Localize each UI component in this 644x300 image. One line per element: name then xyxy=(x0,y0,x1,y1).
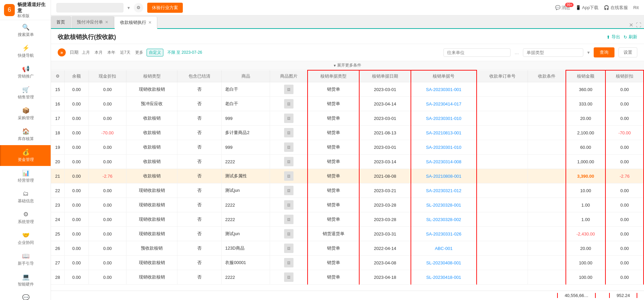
cell-cancel-no[interactable]: SL-20230418-001 xyxy=(411,270,477,285)
cell-cancel-discount: 0.00 xyxy=(605,111,644,126)
expand-more-bar[interactable]: ▾ 展开更多条件 xyxy=(51,61,644,70)
refresh-btn[interactable]: ↻ 刷新 xyxy=(624,34,637,40)
sidebar-item-purchase[interactable]: 📦采购管理 xyxy=(0,103,51,124)
cell-cash-discount: 0.00 xyxy=(89,111,126,126)
sidebar-label-marketing: 营销推广 xyxy=(18,74,34,79)
cell-goods-image: 🖼 xyxy=(270,270,308,285)
cell-cancel-no[interactable]: SA-20210813-001 xyxy=(411,126,477,140)
sidebar-item-quick[interactable]: ⚡快捷导航 xyxy=(0,41,51,62)
cell-cancel-discount: 0.00 xyxy=(605,97,644,111)
export-btn[interactable]: ⬆ 导出 xyxy=(606,34,620,40)
sidebar-item-search[interactable]: 🔍搜索菜单 xyxy=(0,20,51,41)
sidebar-item-inventory[interactable]: 🏠库存核算 xyxy=(0,124,51,145)
sidebar-item-hardware[interactable]: 💻智能硬件 xyxy=(0,270,51,291)
cell-cancel-no[interactable]: SL-20230408-001 xyxy=(411,256,477,270)
sidebar-item-finance[interactable]: 💰资金管理 xyxy=(0,145,51,166)
cell-num: 24 xyxy=(51,212,64,227)
voucher-type-dropdown-icon[interactable]: ▾ xyxy=(587,50,590,55)
cell-cancel-no[interactable]: SA-20230314-008 xyxy=(411,155,477,169)
sidebar-item-system[interactable]: ⚙系统管理 xyxy=(0,207,51,228)
cell-cancel-date: 2023-03-28 xyxy=(359,198,411,212)
cell-cancel-no[interactable]: SL-20230328-002 xyxy=(411,212,477,227)
date-btn-this-month[interactable]: 本月 xyxy=(93,49,104,56)
cell-cash-discount: 0.00 xyxy=(89,183,126,198)
header-row: ⚙ 余额 现金折扣 核销类型 包含已结清 商品 商品图片 核销单据类型 核销单据… xyxy=(51,70,644,82)
sidebar-item-collab[interactable]: 🤝企业协同 xyxy=(0,228,51,249)
app-download[interactable]: 📱 App下载 xyxy=(576,5,598,11)
cell-cancel-no[interactable]: ABC-001 xyxy=(411,241,477,256)
tab-home[interactable]: 首页 xyxy=(51,16,71,28)
inventory-icon: 🏠 xyxy=(22,128,30,135)
cell-goods-image: 🖼 xyxy=(270,140,308,155)
window-expand-btn[interactable]: ⛶ xyxy=(636,22,641,28)
cell-cancel-discount: 0.00 xyxy=(605,227,644,241)
cell-cancel-no[interactable]: SA-20210808-001 xyxy=(411,169,477,183)
cell-cancel-type: 现销收款核销 xyxy=(126,227,177,241)
service-icon: 🎧 xyxy=(604,5,609,10)
cell-goods-image: 🖼 xyxy=(270,97,308,111)
tab-prepay[interactable]: 预付冲应付单 ✕ xyxy=(71,16,114,28)
date-btn-7days[interactable]: 近7天 xyxy=(119,49,132,56)
cell-include-settled: 否 xyxy=(177,256,222,270)
sidebar-label-quick: 快捷导航 xyxy=(18,53,34,58)
tab-prepay-close[interactable]: ✕ xyxy=(105,20,108,25)
query-btn[interactable]: 查询 xyxy=(594,47,614,57)
cell-cancel-no[interactable]: SA-20230301-001 xyxy=(411,82,477,97)
cell-cancel-no[interactable]: SA-20230301-010 xyxy=(411,140,477,155)
cell-cash-discount: 0.00 xyxy=(89,212,126,227)
message-area[interactable]: 💬 消息 99+ xyxy=(555,5,571,11)
sidebar-item-marketing[interactable]: 📢营销推广 xyxy=(0,62,51,83)
industry-btn[interactable]: 休验行业方案 xyxy=(147,3,183,13)
cell-receipt-condition xyxy=(528,227,566,241)
logo-icon: 6 xyxy=(4,4,15,16)
sidebar-item-basic[interactable]: 🗂基础信息 xyxy=(0,187,51,207)
cell-balance: 0.00 xyxy=(64,270,89,285)
sidebar-label-system: 系统管理 xyxy=(18,219,34,225)
cell-goods: 2222 xyxy=(222,155,270,169)
cell-cancel-voucher-type: 销货单 xyxy=(308,241,359,256)
settings-icon[interactable]: ⚙ xyxy=(134,3,143,12)
date-btn-this-year[interactable]: 本年 xyxy=(106,49,117,56)
date-btn-last-month[interactable]: 上月 xyxy=(80,49,91,56)
cell-cancel-date: 2023-03-21 xyxy=(359,183,411,198)
window-close-btn[interactable]: ✕ xyxy=(629,22,633,28)
cell-cancel-no[interactable]: SA-20230331-026 xyxy=(411,227,477,241)
cell-cancel-type: 现销收款核销 xyxy=(126,198,177,212)
sidebar-item-wechat[interactable]: 💬企业微信 xyxy=(0,291,51,300)
main-table: ⚙ 余额 现金折扣 核销类型 包含已结清 商品 商品图片 核销单据类型 核销单据… xyxy=(51,70,644,285)
cell-cancel-no[interactable]: SA-20230301-010 xyxy=(411,111,477,126)
cell-include-settled: 否 xyxy=(177,82,222,97)
date-btn-custom[interactable]: 自定义 xyxy=(147,49,163,56)
tab-window-actions: ✕ ⛶ xyxy=(629,22,644,28)
cell-goods-image: 🖼 xyxy=(270,155,308,169)
partner-input[interactable] xyxy=(443,48,511,57)
dropdown-icon[interactable]: ▾ xyxy=(127,5,130,10)
voucher-type-input[interactable] xyxy=(523,48,583,57)
system-icon: ⚙ xyxy=(23,211,29,218)
tab-receipt[interactable]: 收款核销执行 ✕ xyxy=(115,17,157,29)
filter-expand-btn[interactable]: » xyxy=(58,48,66,56)
sidebar-item-operation[interactable]: 📊经营管理 xyxy=(0,166,51,187)
date-btn-more[interactable]: 更多 xyxy=(134,49,145,56)
cell-balance: 0.00 xyxy=(64,140,89,155)
cell-cancel-date: 2023-03-14 xyxy=(359,155,411,169)
cell-cancel-type: 收款核销 xyxy=(126,140,177,155)
tabbar: 首页 预付冲应付单 ✕ 收款核销执行 ✕ ✕ ⛶ xyxy=(51,15,644,29)
cell-receipt-condition xyxy=(528,256,566,270)
settings-btn[interactable]: 设置 xyxy=(619,47,637,57)
table-row: 25 0.00 0.00 现销收款核销 否 测试jun 🖼 销货退货单 2023… xyxy=(51,227,644,241)
cell-cancel-no[interactable]: SL-20230328-001 xyxy=(411,198,477,212)
col-settings[interactable]: ⚙ xyxy=(51,70,64,82)
cell-cancel-no[interactable]: SA-20230414-017 xyxy=(411,97,477,111)
cell-cancel-amount: 20.00 xyxy=(566,241,605,256)
tab-receipt-close[interactable]: ✕ xyxy=(148,20,152,25)
cell-cancel-no[interactable]: SA-20230321-012 xyxy=(411,183,477,198)
cell-cancel-date: 2023-04-08 xyxy=(359,256,411,270)
online-service[interactable]: 🎧 在线客服 xyxy=(604,5,628,11)
cell-cancel-type: 预冲应应收 xyxy=(126,97,177,111)
sidebar-item-guide[interactable]: 📖新手引导 xyxy=(0,249,51,270)
cell-receipt-order-no xyxy=(477,270,528,285)
table-row: 15 0.00 0.00 现销收款核销 否 老白干 🖼 销货单 2023-03-… xyxy=(51,82,644,97)
user-area[interactable]: Rit xyxy=(633,5,639,10)
sidebar-item-sales[interactable]: 🛒销售管理 xyxy=(0,83,51,103)
